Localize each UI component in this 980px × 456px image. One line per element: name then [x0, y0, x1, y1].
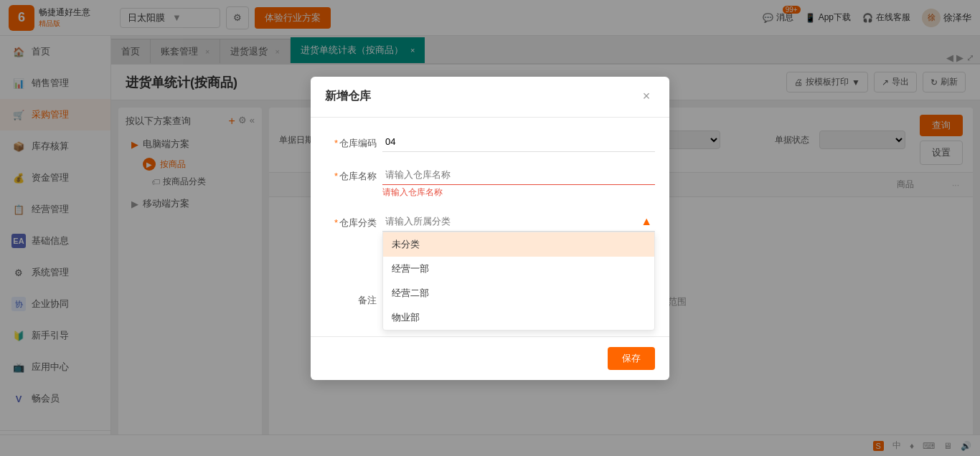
dropdown-item-dept2[interactable]: 经营二部	[383, 281, 654, 305]
new-warehouse-modal: 新增仓库 × 仓库编码 仓库名称 请输入仓库名称 仓库分类	[311, 77, 669, 380]
code-form-row: 仓库编码	[325, 132, 655, 152]
modal-close-button[interactable]: ×	[638, 88, 655, 105]
name-label: 仓库名称	[325, 165, 382, 183]
category-input[interactable]	[382, 212, 655, 232]
name-error-msg: 请输入仓库名称	[382, 186, 655, 199]
code-input[interactable]	[382, 132, 655, 152]
modal-footer: 保存	[311, 336, 669, 380]
modal-header: 新增仓库 ×	[311, 77, 669, 118]
dropdown-item-dept1[interactable]: 经营一部	[383, 257, 654, 281]
category-label: 仓库分类	[325, 212, 382, 229]
name-form-row: 仓库名称 请输入仓库名称	[325, 165, 655, 199]
modal-body: 仓库编码 仓库名称 请输入仓库名称 仓库分类 ▲	[311, 118, 669, 336]
save-button[interactable]: 保存	[608, 347, 655, 370]
dropdown-item-dept3[interactable]: 物业部	[383, 305, 654, 330]
note-label: 备注	[325, 289, 382, 307]
name-input[interactable]	[382, 165, 655, 185]
category-dropdown: 未分类 经营一部 经营二部 物业部	[382, 232, 655, 331]
modal-overlay[interactable]: 新增仓库 × 仓库编码 仓库名称 请输入仓库名称 仓库分类	[0, 0, 980, 456]
category-form-row: 仓库分类 ▲ 未分类 经营一部 经营二部 物业部	[325, 212, 655, 232]
name-field: 请输入仓库名称	[382, 165, 655, 199]
dropdown-item-unclassified[interactable]: 未分类	[383, 232, 654, 257]
code-field	[382, 132, 655, 152]
category-toggle-icon[interactable]: ▲	[641, 215, 652, 228]
code-label: 仓库编码	[325, 132, 382, 150]
modal-title: 新增仓库	[325, 89, 371, 104]
category-field: ▲	[382, 212, 655, 232]
